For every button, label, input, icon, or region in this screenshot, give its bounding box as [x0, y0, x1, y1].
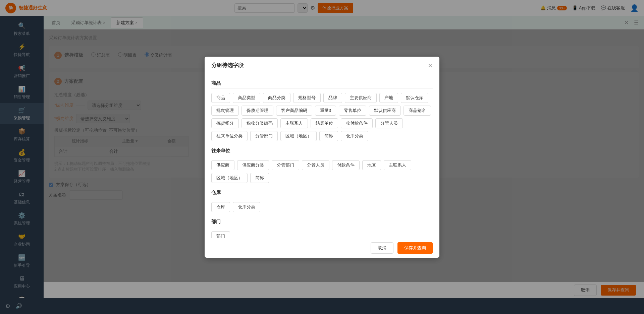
field-tag-default-warehouse[interactable]: 默认仓库	[401, 93, 428, 103]
field-tag-batch[interactable]: 批次管理	[211, 106, 239, 116]
field-tag-wh-category[interactable]: 仓库分类	[233, 202, 260, 212]
field-tag-brand[interactable]: 品牌	[323, 93, 342, 103]
modal-body[interactable]: 商品 商品 商品类型 商品分类 规格型号 品牌 主要供应商 产地 默认仓库	[205, 75, 439, 238]
field-tag-partner-contact[interactable]: 主联系人	[384, 160, 411, 170]
field-tag-retail-unit[interactable]: 零售单位	[339, 106, 366, 116]
main-content: 首页 采购订单统计表 × 新建方案 × ✕ ☰ 采购订单统计表方案设置	[44, 16, 644, 298]
modal-backdrop: 分组待选字段 ✕ 商品 商品 商品类型 商品分类	[44, 29, 644, 282]
partner-section: 往来单位 供应商 供应商分类 分管部门 分管人员 付款条件 地区 主联系人 区	[211, 148, 433, 183]
field-tag-payment-cond[interactable]: 付款条件	[332, 160, 360, 170]
product-section-title: 商品	[211, 80, 433, 89]
field-tag-alias[interactable]: 商品别名	[404, 106, 431, 116]
field-tag-partner-manager[interactable]: 分管人员	[302, 160, 329, 170]
field-tag-dept[interactable]: 分管部门	[250, 131, 278, 141]
field-tag-partner-dept[interactable]: 分管部门	[272, 160, 299, 170]
field-tag-product-category[interactable]: 商品分类	[263, 93, 290, 103]
partner-section-title: 往来单位	[211, 148, 433, 156]
field-tag-warehouse-category[interactable]: 仓库分类	[341, 131, 368, 141]
field-tag-shortname[interactable]: 简称	[319, 131, 338, 141]
modal-title: 分组待选字段	[211, 62, 244, 69]
department-section-title: 部门	[211, 219, 433, 227]
department-section: 部门 部门	[211, 219, 433, 238]
field-tag-default-supplier[interactable]: 默认供应商	[369, 106, 401, 116]
field-tag-warehouse[interactable]: 仓库	[211, 202, 230, 212]
field-tag-main-contact[interactable]: 主联系人	[280, 118, 308, 128]
field-tag-supplier-category[interactable]: 供应商分类	[237, 160, 269, 170]
department-fields: 部门	[211, 231, 433, 238]
product-fields: 商品 商品类型 商品分类 规格型号 品牌 主要供应商 产地 默认仓库 批次管理	[211, 93, 433, 141]
page-body: 采购订单统计表方案设置 1 选择模板 汇总表 明细表	[44, 29, 644, 282]
warehouse-section: 仓库 仓库 仓库分类	[211, 190, 433, 212]
field-tag-payment-terms[interactable]: 收付款条件	[341, 118, 373, 128]
field-tag-pick-points[interactable]: 拣货积分	[211, 118, 239, 128]
field-tag-weight[interactable]: 重量3	[315, 106, 336, 116]
warehouse-section-title: 仓库	[211, 190, 433, 198]
field-tag-settlement-unit[interactable]: 结算单位	[311, 118, 338, 128]
field-tag-region[interactable]: 区域（地区）	[280, 131, 317, 141]
field-tag-main-supplier[interactable]: 主要供应商	[345, 93, 377, 103]
modal-header: 分组待选字段 ✕	[205, 57, 439, 75]
field-tag-spec-model[interactable]: 规格型号	[293, 93, 321, 103]
field-tag-area[interactable]: 地区	[362, 160, 381, 170]
field-tag-product-type[interactable]: 商品类型	[233, 93, 260, 103]
field-tag-origin[interactable]: 产地	[379, 93, 398, 103]
warehouse-fields: 仓库 仓库分类	[211, 202, 433, 212]
product-section: 商品 商品 商品类型 商品分类 规格型号 品牌 主要供应商 产地 默认仓库	[211, 80, 433, 141]
field-tag-partner-region[interactable]: 区域（地区）	[211, 173, 248, 183]
modal-footer: 取消 保存并查询	[205, 238, 439, 258]
partner-fields: 供应商 供应商分类 分管部门 分管人员 付款条件 地区 主联系人 区域（地区） …	[211, 160, 433, 183]
field-tag-quality[interactable]: 保质期管理	[241, 106, 273, 116]
modal-close-button[interactable]: ✕	[428, 62, 433, 69]
field-tag-supplier[interactable]: 供应商	[211, 160, 234, 170]
field-tag-partner-shortname[interactable]: 简称	[250, 173, 269, 183]
field-select-modal: 分组待选字段 ✕ 商品 商品 商品类型 商品分类	[205, 57, 439, 258]
field-tag-partner-category[interactable]: 往来单位分类	[211, 131, 248, 141]
field-tag-manager[interactable]: 分管人员	[375, 118, 403, 128]
modal-cancel-button[interactable]: 取消	[371, 242, 393, 254]
field-tag-customer-code[interactable]: 客户商品编码	[276, 106, 312, 116]
field-tag-tax-code[interactable]: 税收分类编码	[241, 118, 278, 128]
field-tag-department[interactable]: 部门	[211, 231, 230, 238]
field-tag-product[interactable]: 商品	[211, 93, 230, 103]
modal-save-button[interactable]: 保存并查询	[397, 242, 433, 254]
